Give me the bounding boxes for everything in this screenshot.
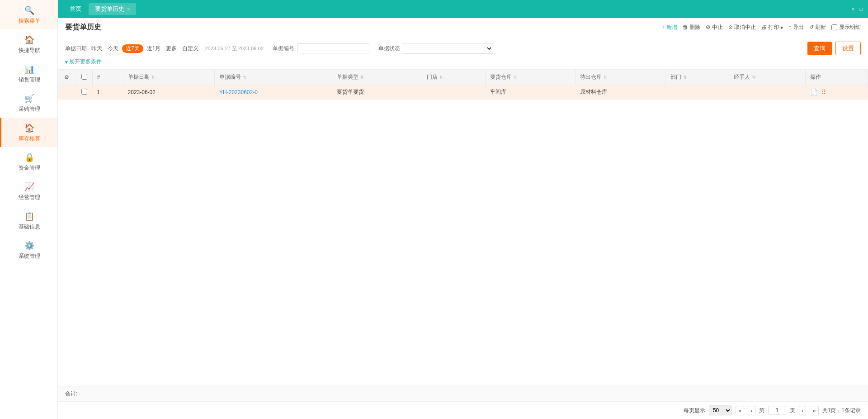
- add-button[interactable]: + 新增: [662, 24, 677, 31]
- main-table: ⚙ # 单据日期⇅ 单据编号⇅ 单据类型⇅: [58, 70, 868, 100]
- more-action-icon[interactable]: ⠿: [821, 89, 826, 96]
- print-button[interactable]: 🖨 打印 ▾: [761, 24, 783, 31]
- date-tab-1month[interactable]: 近1月: [145, 44, 163, 53]
- sidebar-item-quick-nav[interactable]: 🏠 快捷导航: [0, 29, 57, 59]
- select-all-checkbox[interactable]: [81, 74, 87, 80]
- sidebar-item-finance[interactable]: 🔒 资金管理: [0, 147, 57, 176]
- per-page-select[interactable]: 50 10 20 100: [709, 405, 732, 415]
- first-page-button[interactable]: «: [736, 406, 744, 415]
- sidebar-item-inventory[interactable]: 🏠 库存核算: [0, 118, 57, 147]
- delete-button[interactable]: 🗑 删除: [683, 24, 700, 31]
- row-num: 1: [92, 85, 123, 100]
- operation-column-header: 操作: [806, 70, 868, 85]
- date-tabs: 昨天 今天 近7天 近1月 更多 自定义: [90, 44, 200, 53]
- last-page-button[interactable]: »: [810, 406, 818, 415]
- page-label: 第: [759, 407, 764, 414]
- doc-number-link[interactable]: YH-20230602-0: [219, 89, 258, 95]
- status-select[interactable]: [403, 43, 493, 54]
- gear-column-header[interactable]: ⚙: [58, 70, 76, 85]
- cancel-stop-button[interactable]: ⊘ 取消中止: [728, 24, 756, 31]
- row-checkbox[interactable]: [81, 89, 87, 95]
- row-pending-warehouse: 原材料仓库: [576, 85, 665, 100]
- req-wh-sort-icon[interactable]: ⇅: [514, 75, 517, 80]
- sales-icon: 📊: [24, 64, 34, 74]
- tab-current[interactable]: 要货单历史 ×: [89, 3, 136, 15]
- date-tab-custom[interactable]: 自定义: [180, 44, 200, 53]
- topbar: 首页 要货单历史 × × □: [58, 0, 868, 18]
- date-tab-more[interactable]: 更多: [164, 44, 179, 53]
- sidebar-item-system[interactable]: ⚙️ 系统管理: [0, 235, 57, 265]
- doctype-sort-icon[interactable]: ⇅: [360, 75, 364, 80]
- next-page-button[interactable]: ›: [799, 406, 806, 415]
- page-number-input[interactable]: [768, 406, 786, 415]
- date-sort-icon[interactable]: ⇅: [151, 75, 155, 80]
- doc-number-filter: 单据编号: [273, 43, 369, 53]
- date-tab-today[interactable]: 今天: [106, 44, 120, 53]
- sidebar: 🔍 搜索菜单 🏠 快捷导航 📊 销售管理 🛒 采购管理 🏠 库存核算 🔒 资金管…: [0, 0, 58, 419]
- export-button[interactable]: ↑ 导出: [788, 24, 803, 31]
- docno-sort-icon[interactable]: ⇅: [243, 75, 246, 80]
- status-filter: 单据状态: [378, 43, 493, 54]
- pagination-area: 每页显示 50 10 20 100 « ‹ 第 页 › » 共1页，1条记录: [58, 401, 868, 419]
- date-tab-7days[interactable]: 近7天: [122, 44, 143, 53]
- tab-close-icon[interactable]: ×: [127, 6, 130, 12]
- refresh-button[interactable]: ↺ 刷新: [809, 24, 826, 31]
- stop-button[interactable]: ⊘ 中止: [706, 24, 722, 31]
- display-detail-checkbox[interactable]: 显示明细: [831, 24, 861, 31]
- sidebar-item-basic-info[interactable]: 📋 基础信息: [0, 206, 57, 235]
- sidebar-item-operations[interactable]: 📈 经营管理: [0, 176, 57, 206]
- operations-icon: 📈: [24, 182, 34, 192]
- row-docno: YH-20230602-0: [215, 85, 332, 100]
- prev-page-button[interactable]: ‹: [748, 406, 755, 415]
- sidebar-item-purchase[interactable]: 🛒 采购管理: [0, 88, 57, 118]
- topbar-right: × □: [852, 6, 863, 12]
- footer-total: 合计:: [58, 386, 868, 401]
- window-minimize-icon[interactable]: □: [859, 6, 863, 12]
- date-filter-label: 单据日期: [65, 45, 87, 52]
- view-action-icon[interactable]: 📄: [810, 89, 818, 96]
- req-warehouse-column-header: 要货仓库⇅: [486, 70, 576, 85]
- store-sort-icon[interactable]: ⇅: [439, 75, 443, 80]
- sidebar-item-search[interactable]: 🔍 搜索菜单: [0, 0, 57, 29]
- filter-actions: 查询 设置: [807, 42, 861, 55]
- pending-wh-sort-icon[interactable]: ⇅: [604, 75, 607, 80]
- tab-home[interactable]: 首页: [63, 3, 88, 15]
- date-column-header: 单据日期⇅: [123, 70, 215, 85]
- date-range-display: 2023-05-27 至 2023-06-02: [205, 45, 264, 52]
- table-row: 1 2023-06-02 YH-20230602-0 要货单要货 车间库 原材料…: [58, 85, 868, 100]
- docno-column-header: 单据编号⇅: [215, 70, 332, 85]
- filter-area: 单据日期 昨天 今天 近7天 近1月 更多 自定义 2023-05-27 至 2…: [58, 36, 868, 70]
- doc-number-label: 单据编号: [273, 45, 294, 52]
- status-label: 单据状态: [378, 45, 400, 52]
- system-icon: ⚙️: [24, 241, 34, 251]
- basic-info-icon: 📋: [24, 211, 34, 221]
- query-button[interactable]: 查询: [807, 42, 832, 55]
- content-area: 要货单历史 + 新增 🗑 删除 ⊘ 中止 ⊘ 取消中止 🖨 打印 ▾: [58, 18, 868, 419]
- print-chevron-icon: ▾: [780, 24, 783, 31]
- table-area: ⚙ # 单据日期⇅ 单据编号⇅ 单据类型⇅: [58, 70, 868, 386]
- page-header: 要货单历史 + 新增 🗑 删除 ⊘ 中止 ⊘ 取消中止 🖨 打印 ▾: [58, 18, 868, 36]
- row-department: [665, 85, 729, 100]
- page-title: 要货单历史: [65, 23, 101, 32]
- row-handler: [729, 85, 806, 100]
- settings-button[interactable]: 设置: [835, 42, 861, 55]
- sidebar-item-sales[interactable]: 📊 销售管理: [0, 59, 57, 88]
- num-column-header: #: [92, 70, 123, 85]
- date-tab-yesterday[interactable]: 昨天: [90, 44, 104, 53]
- gear-cell: [58, 85, 76, 100]
- store-column-header: 门店⇅: [422, 70, 486, 85]
- doc-number-input[interactable]: [297, 43, 369, 53]
- table-header-row: ⚙ # 单据日期⇅ 单据编号⇅ 单据类型⇅: [58, 70, 868, 85]
- checkbox-column-header: [76, 70, 92, 85]
- page-suffix: 页: [790, 407, 795, 414]
- main-area: 首页 要货单历史 × × □ 要货单历史 + 新增 🗑 删除 ⊘ 中止: [58, 0, 868, 419]
- row-date: 2023-06-02: [123, 85, 215, 100]
- dept-sort-icon[interactable]: ⇅: [683, 75, 687, 80]
- doctype-column-header: 单据类型⇅: [332, 70, 422, 85]
- window-close-icon[interactable]: ×: [852, 6, 855, 12]
- chevron-down-icon: ▾: [65, 59, 68, 65]
- handler-sort-icon[interactable]: ⇅: [752, 75, 755, 80]
- pending-warehouse-column-header: 待出仓库⇅: [576, 70, 665, 85]
- expand-more-button[interactable]: ▾ 展开更多条件: [65, 58, 861, 66]
- display-detail-input[interactable]: [831, 24, 837, 30]
